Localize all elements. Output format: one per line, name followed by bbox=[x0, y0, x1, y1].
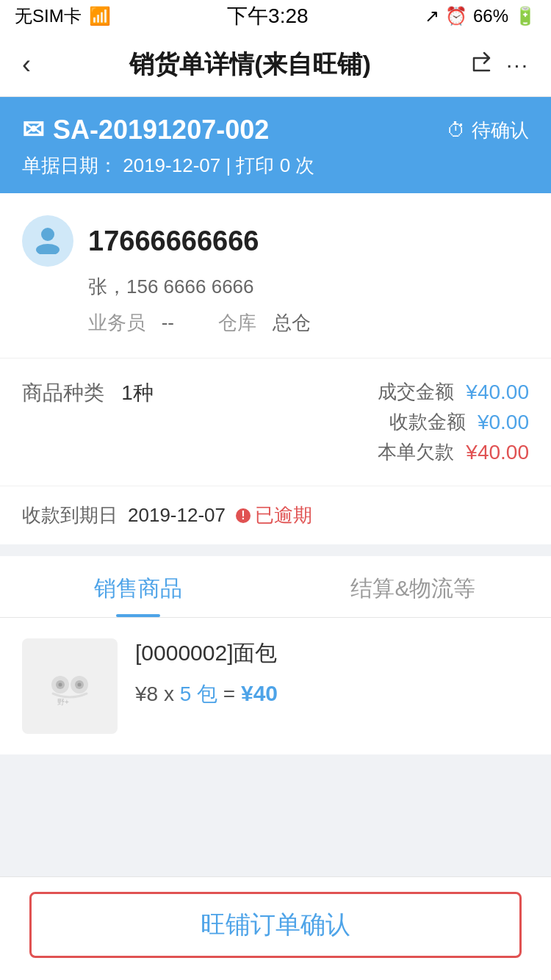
order-date-row: 单据日期： 2019-12-07 | 打印 0 次 bbox=[22, 153, 529, 179]
back-button[interactable]: ‹ bbox=[22, 49, 31, 80]
carrier-label: 无SIM卡 bbox=[15, 4, 82, 28]
avatar bbox=[22, 215, 73, 267]
confirm-order-button[interactable]: 旺铺订单确认 bbox=[29, 892, 522, 958]
tab-sales-goods[interactable]: 销售商品 bbox=[0, 556, 276, 617]
print-count: 0 bbox=[280, 154, 290, 176]
unit-label: 包 bbox=[197, 682, 217, 705]
location-icon: ↗ bbox=[425, 6, 439, 26]
stats-right: 成交金额 ¥40.00 收款金额 ¥0.00 本单欠款 ¥40.00 bbox=[378, 379, 529, 465]
svg-point-6 bbox=[59, 683, 62, 687]
wifi-icon: 📶 bbox=[89, 6, 111, 26]
stats-section: 商品种类 1种 成交金额 ¥40.00 收款金额 ¥0.00 本单欠款 ¥40.… bbox=[0, 359, 551, 486]
status-right: ↗ ⏰ 66% 🔋 bbox=[425, 6, 536, 26]
avatar-icon bbox=[32, 222, 64, 261]
alarm-icon: ⏰ bbox=[445, 6, 467, 26]
product-section: 野+ [0000002]面包 ¥8 x 5 包 = ¥40 bbox=[0, 618, 551, 754]
svg-text:野+: 野+ bbox=[57, 698, 69, 706]
received-label: 收款金额 bbox=[389, 409, 466, 435]
customer-phone: 17666666666 bbox=[88, 226, 259, 257]
owed-value: ¥40.00 bbox=[466, 441, 529, 464]
order-status: ⏱ 待确认 bbox=[447, 118, 529, 143]
category-label: 商品种类 bbox=[22, 381, 104, 404]
order-id-icon: ✉ bbox=[22, 115, 44, 145]
received-value: ¥0.00 bbox=[478, 411, 529, 434]
status-bar: 无SIM卡 📶 下午3:28 ↗ ⏰ 66% 🔋 bbox=[0, 0, 551, 32]
product-name: [0000002]面包 bbox=[135, 638, 529, 669]
amount-label: 成交金额 bbox=[378, 379, 454, 405]
warehouse-value: 总仓 bbox=[273, 311, 311, 334]
order-id-row: ✉ SA-20191207-002 bbox=[22, 115, 269, 145]
category-item: 商品种类 1种 bbox=[22, 379, 154, 407]
nav-bar: ‹ 销货单详情(来自旺铺) ··· bbox=[0, 32, 551, 97]
stats-left: 商品种类 1种 bbox=[22, 379, 154, 407]
order-header: ✉ SA-20191207-002 ⏱ 待确认 单据日期： 2019-12-07… bbox=[0, 97, 551, 193]
owed-label: 本单欠款 bbox=[378, 439, 454, 465]
status-left: 无SIM卡 📶 bbox=[15, 4, 111, 28]
customer-section: 17666666666 张，156 6666 6666 业务员 -- 仓库 总仓… bbox=[0, 193, 551, 544]
status-text: 待确认 bbox=[472, 118, 529, 143]
svg-point-1 bbox=[36, 244, 60, 254]
overdue-text: 已逾期 bbox=[255, 502, 312, 528]
product-info: [0000002]面包 ¥8 x 5 包 = ¥40 bbox=[135, 638, 529, 708]
battery-label: 66% bbox=[473, 6, 508, 26]
owed-row: 本单欠款 ¥40.00 bbox=[378, 439, 529, 465]
product-price: ¥8 x 5 包 = ¥40 bbox=[135, 680, 529, 708]
received-row: 收款金额 ¥0.00 bbox=[389, 409, 529, 435]
date-value: 2019-12-07 bbox=[123, 154, 220, 176]
due-date-value: 2019-12-07 bbox=[128, 504, 226, 527]
product-thumbnail: 野+ bbox=[22, 638, 118, 734]
customer-meta: 业务员 -- 仓库 总仓 bbox=[88, 310, 529, 336]
confirm-order-label: 旺铺订单确认 bbox=[201, 908, 350, 942]
svg-point-7 bbox=[78, 683, 82, 687]
status-clock-icon: ⏱ bbox=[447, 119, 466, 142]
overdue-badge: ! 已逾期 bbox=[236, 502, 312, 528]
more-button[interactable]: ··· bbox=[506, 52, 529, 77]
unit-price: ¥8 bbox=[135, 682, 158, 705]
bottom-bar: 旺铺订单确认 bbox=[0, 876, 551, 980]
page-title: 销货单详情(来自旺铺) bbox=[129, 48, 371, 82]
amount-value: ¥40.00 bbox=[466, 381, 529, 404]
due-date-section: 收款到期日 2019-12-07 ! 已逾期 bbox=[0, 486, 551, 544]
tab-settlement-label: 结算&物流等 bbox=[350, 576, 475, 600]
warehouse-label: 仓库 bbox=[218, 311, 256, 334]
print-label: | 打印 bbox=[226, 154, 274, 176]
date-label: 单据日期： bbox=[22, 154, 118, 176]
sales-value: -- bbox=[162, 311, 174, 334]
print-suffix: 次 bbox=[295, 154, 314, 176]
customer-name: 张，156 6666 6666 bbox=[88, 274, 529, 300]
tab-sales-goods-label: 销售商品 bbox=[94, 576, 182, 600]
quantity-value: 5 bbox=[180, 682, 192, 705]
sales-label: 业务员 bbox=[88, 311, 145, 334]
tab-settlement[interactable]: 结算&物流等 bbox=[276, 556, 551, 617]
tab-bar: 销售商品 结算&物流等 bbox=[0, 556, 551, 618]
amount-row: 成交金额 ¥40.00 bbox=[378, 379, 529, 405]
multiply-icon: x bbox=[164, 682, 174, 705]
category-value: 1种 bbox=[121, 381, 154, 404]
due-label: 收款到期日 bbox=[22, 502, 118, 528]
total-value: ¥40 bbox=[241, 681, 278, 705]
nav-right-actions: ··· bbox=[469, 51, 529, 78]
battery-icon: 🔋 bbox=[514, 6, 536, 26]
share-button[interactable] bbox=[469, 51, 491, 78]
order-id-text: SA-20191207-002 bbox=[53, 115, 269, 145]
svg-point-0 bbox=[41, 228, 54, 241]
equals-icon: = bbox=[223, 682, 235, 705]
status-time: 下午3:28 bbox=[227, 2, 309, 30]
overdue-dot-icon: ! bbox=[236, 508, 251, 523]
product-item: 野+ [0000002]面包 ¥8 x 5 包 = ¥40 bbox=[0, 618, 551, 754]
